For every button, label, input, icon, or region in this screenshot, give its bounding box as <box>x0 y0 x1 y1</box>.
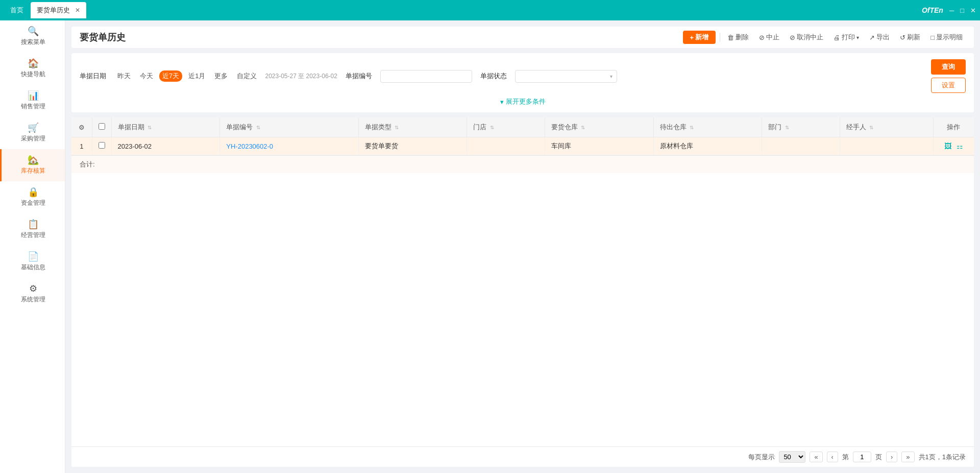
sidebar-item-purchase-label: 采购管理 <box>21 134 45 143</box>
col-doc-type: 单据类型 ⇅ <box>358 117 467 137</box>
quick-nav-icon: 🏠 <box>28 59 39 68</box>
sort-pending-warehouse-icon[interactable]: ⇅ <box>690 125 694 130</box>
status-dropdown-icon: ▾ <box>610 74 612 79</box>
sort-doc-date-icon[interactable]: ⇅ <box>148 125 152 130</box>
sidebar-item-inventory[interactable]: 🏡 库存核算 <box>0 149 65 181</box>
show-detail-button[interactable]: □ 显示明细 <box>927 32 966 43</box>
expand-more-icon: ▾ <box>500 98 504 106</box>
last-page-button[interactable]: » <box>901 452 914 462</box>
sidebar-item-search-menu[interactable]: 🔍 搜索菜单 <box>0 20 65 53</box>
first-page-button[interactable]: « <box>810 452 822 462</box>
per-page-select[interactable]: 10 20 50 100 <box>779 451 805 463</box>
chip-custom[interactable]: 自定义 <box>234 70 260 82</box>
export-button[interactable]: ↗ 导出 <box>866 32 893 43</box>
prev-page-button[interactable]: ‹ <box>827 452 838 462</box>
sidebar-item-operations-label: 经营管理 <box>21 231 45 240</box>
delete-button[interactable]: 🗑 删除 <box>724 32 752 43</box>
tab-close-icon[interactable]: ✕ <box>75 7 80 14</box>
stop-button[interactable]: ⊘ 中止 <box>756 32 782 43</box>
inventory-icon: 🏡 <box>28 155 39 164</box>
print-icon: 🖨 <box>834 34 840 41</box>
new-button[interactable]: + 新增 <box>683 31 716 44</box>
sort-dept-icon[interactable]: ⇅ <box>785 125 789 130</box>
settings-col-icon[interactable]: ⚙ <box>79 124 85 131</box>
status-select-wrapper[interactable]: ▾ <box>515 70 617 83</box>
window-close-icon[interactable]: ✕ <box>970 7 976 14</box>
chip-more[interactable]: 更多 <box>211 70 231 82</box>
sort-store-icon[interactable]: ⇅ <box>490 125 494 130</box>
refresh-button[interactable]: ↺ 刷新 <box>897 32 923 43</box>
tab-requisition-history[interactable]: 要货单历史 ✕ <box>31 2 86 18</box>
sidebar-item-sales-label: 销售管理 <box>21 102 45 111</box>
row-doc-date: 2023-06-02 <box>111 137 220 155</box>
minimize-icon[interactable]: ─ <box>949 7 954 14</box>
sort-req-warehouse-icon[interactable]: ⇅ <box>581 125 585 130</box>
row-doc-no: YH-20230602-0 <box>220 137 358 155</box>
status-select[interactable] <box>520 73 610 80</box>
sidebar-item-system[interactable]: ⚙ 系统管理 <box>0 278 65 310</box>
system-icon: ⚙ <box>29 284 37 293</box>
sidebar-item-inventory-label: 库存核算 <box>21 167 45 175</box>
chip-yesterday[interactable]: 昨天 <box>114 70 134 82</box>
sidebar-item-sales[interactable]: 📊 销售管理 <box>0 85 65 117</box>
maximize-icon[interactable]: □ <box>960 7 964 14</box>
show-detail-checkbox-icon: □ <box>930 34 935 41</box>
expand-more[interactable]: ▾ 展开更多条件 <box>80 97 966 106</box>
sidebar-item-finance-label: 资金管理 <box>21 199 45 207</box>
row-view-icon[interactable]: 🖼 <box>944 142 951 150</box>
sidebar-item-finance[interactable]: 🔒 资金管理 <box>0 181 65 214</box>
row-select-checkbox[interactable] <box>99 142 105 149</box>
row-num: 1 <box>71 137 92 155</box>
show-detail-label: 显示明细 <box>936 33 963 42</box>
filter-row: 单据日期 昨天 今天 近7天 近1月 更多 自定义 2023-05-27 至 2… <box>80 59 966 93</box>
sort-doc-type-icon[interactable]: ⇅ <box>395 125 399 130</box>
col-req-warehouse-label: 要货仓库 <box>551 123 578 131</box>
page-input[interactable] <box>853 452 871 462</box>
settings-button[interactable]: 设置 <box>931 78 966 93</box>
cancel-stop-label: 取消中止 <box>797 33 823 42</box>
row-doc-type: 要货单要货 <box>358 137 467 155</box>
sidebar-item-base-info[interactable]: 📄 基础信息 <box>0 246 65 278</box>
col-checkbox[interactable] <box>92 117 111 137</box>
row-edit-icon[interactable]: ⚏ <box>957 142 963 150</box>
query-button[interactable]: 查询 <box>931 59 966 75</box>
col-req-warehouse: 要货仓库 ⇅ <box>545 117 653 137</box>
expand-more-label: 展开更多条件 <box>506 97 546 106</box>
purchase-icon: 🛒 <box>28 123 39 132</box>
sidebar-item-system-label: 系统管理 <box>21 295 45 304</box>
table-spacer <box>71 173 974 446</box>
filter-actions: 查询 设置 <box>931 59 966 93</box>
brand-label: OfTEn <box>922 6 943 14</box>
doc-no-input[interactable] <box>380 70 472 83</box>
sort-handler-icon[interactable]: ⇅ <box>869 125 873 130</box>
col-settings[interactable]: ⚙ <box>71 117 92 137</box>
sidebar-item-purchase[interactable]: 🛒 采购管理 <box>0 117 65 149</box>
stop-label: 中止 <box>766 33 779 42</box>
select-all-checkbox[interactable] <box>99 123 105 130</box>
status-label: 单据状态 <box>480 72 507 81</box>
toolbar: + 新增 🗑 删除 ⊘ 中止 ⊘ 取消中止 🖨 打印 <box>683 31 966 44</box>
sort-doc-no-icon[interactable]: ⇅ <box>256 125 260 130</box>
delete-icon: 🗑 <box>727 34 734 41</box>
per-page-label: 每页显示 <box>748 453 775 462</box>
chip-last7days[interactable]: 近7天 <box>159 70 182 82</box>
main-layout: 🔍 搜索菜单 🏠 快捷导航 📊 销售管理 🛒 采购管理 🏡 库存核算 🔒 资金管… <box>0 20 980 473</box>
sidebar-item-quick-nav[interactable]: 🏠 快捷导航 <box>0 53 65 85</box>
row-doc-no-link[interactable]: YH-20230602-0 <box>226 143 273 150</box>
cancel-stop-button[interactable]: ⊘ 取消中止 <box>787 32 826 43</box>
row-req-warehouse: 车间库 <box>545 137 653 155</box>
stop-icon: ⊘ <box>759 34 765 41</box>
top-bar-right: OfTEn ─ □ ✕ <box>922 6 976 14</box>
chip-today[interactable]: 今天 <box>137 70 156 82</box>
print-button[interactable]: 🖨 打印 ▾ <box>830 32 862 43</box>
page-title: 要货单历史 <box>80 31 126 43</box>
print-dropdown-icon: ▾ <box>856 35 859 40</box>
row-checkbox[interactable] <box>92 137 111 155</box>
tab-home[interactable]: 首页 <box>4 2 30 18</box>
table-row[interactable]: 1 2023-06-02 YH-20230602-0 要货单要货 车间库 原材料… <box>71 137 974 155</box>
next-page-button[interactable]: › <box>886 452 897 462</box>
chip-last1month[interactable]: 近1月 <box>185 70 208 82</box>
col-dept: 部门 ⇅ <box>762 117 840 137</box>
sidebar-item-operations[interactable]: 📋 经营管理 <box>0 214 65 246</box>
row-store <box>467 137 545 155</box>
